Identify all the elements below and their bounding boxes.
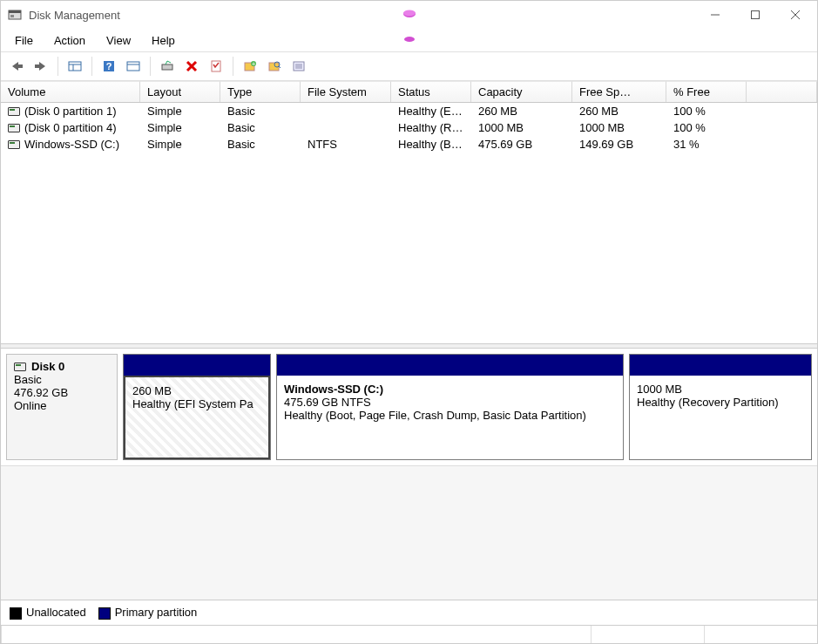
col-capacity[interactable]: Capacity (471, 81, 572, 102)
volume-status: Healthy (B… (391, 136, 471, 153)
forward-button[interactable] (30, 56, 51, 77)
col-status[interactable]: Status (391, 81, 471, 102)
partition-size: 1000 MB (637, 383, 804, 396)
find-icon[interactable] (264, 56, 285, 77)
volume-fs (301, 119, 391, 136)
statusbar (1, 625, 817, 644)
list-icon[interactable] (288, 56, 309, 77)
volume-type: Basic (220, 119, 301, 136)
partition-status: Healthy (Recovery Partition) (637, 396, 804, 409)
volume-capacity: 260 MB (471, 103, 572, 119)
partition-name: Windows-SSD (C:) (284, 383, 616, 396)
col-pctfree[interactable]: % Free (666, 81, 747, 102)
partition-block[interactable]: 1000 MB Healthy (Recovery Partition) (629, 354, 812, 460)
svg-rect-1 (9, 10, 21, 13)
volume-icon (8, 124, 20, 132)
volume-capacity: 475.69 GB (471, 136, 572, 153)
app-icon (8, 8, 22, 22)
disk-label: Disk 0 (31, 360, 64, 373)
svg-point-9 (404, 37, 415, 42)
show-hide-tree-button[interactable] (64, 56, 85, 77)
back-button[interactable] (6, 56, 27, 77)
svg-rect-11 (35, 64, 39, 68)
volume-type: Basic (220, 103, 301, 119)
properties-icon[interactable] (206, 56, 226, 77)
menu-file[interactable]: File (6, 32, 42, 49)
svg-rect-6 (752, 11, 760, 19)
menu-action[interactable]: Action (45, 32, 94, 49)
svg-text:+: + (252, 60, 256, 68)
menu-help[interactable]: Help (143, 32, 184, 49)
menu-view[interactable]: View (98, 32, 139, 49)
partition-status: Healthy (Boot, Page File, Crash Dump, Ba… (284, 409, 616, 422)
partition-header-bar (630, 355, 811, 376)
volume-free: 260 MB (572, 103, 666, 119)
volume-name: Windows-SSD (C:) (24, 138, 119, 151)
legend-unallocated: Unallocated (26, 606, 86, 619)
svg-point-4 (403, 10, 416, 17)
close-button[interactable] (775, 1, 815, 29)
disk-graphical-view: Disk 0 Basic 476.92 GB Online 260 MB Hea… (1, 349, 817, 465)
volume-pct: 31 % (666, 136, 747, 153)
svg-rect-19 (162, 64, 172, 70)
volume-capacity: 1000 MB (471, 119, 572, 136)
volume-status: Healthy (R… (391, 119, 471, 136)
volume-free: 149.69 GB (572, 136, 666, 153)
volume-type: Basic (220, 136, 301, 153)
volume-free: 1000 MB (572, 119, 666, 136)
partition-block[interactable]: Windows-SSD (C:) 475.69 GB NTFS Healthy … (276, 354, 624, 460)
volume-row[interactable]: (Disk 0 partition 4) Simple Basic Health… (1, 119, 817, 136)
volume-icon (8, 107, 20, 116)
svg-text:?: ? (106, 61, 112, 71)
disk-state: Online (14, 399, 110, 412)
partition-size: 260 MB (132, 384, 261, 397)
titlebar: Disk Management (1, 1, 817, 29)
decorative-badge-small-icon (403, 33, 416, 46)
refresh-button[interactable] (157, 56, 178, 77)
disk-info-panel[interactable]: Disk 0 Basic 476.92 GB Online (6, 354, 118, 460)
svg-rect-17 (127, 62, 139, 71)
col-type[interactable]: Type (220, 81, 301, 102)
volume-fs (301, 103, 391, 119)
menubar: File Action View Help (1, 29, 817, 51)
delete-icon[interactable] (181, 56, 202, 77)
col-freespace[interactable]: Free Sp… (572, 81, 666, 102)
volume-row[interactable]: (Disk 0 partition 1) Simple Basic Health… (1, 103, 817, 119)
help-button[interactable]: ? (98, 56, 119, 77)
svg-rect-2 (10, 15, 14, 17)
partition-header-bar (277, 355, 623, 376)
disk-size: 476.92 GB (14, 386, 110, 399)
col-layout[interactable]: Layout (140, 81, 220, 102)
col-volume[interactable]: Volume (1, 81, 140, 102)
volume-list-header: Volume Layout Type File System Status Ca… (1, 81, 817, 103)
legend-swatch-unallocated (10, 607, 22, 620)
partition-size: 475.69 GB NTFS (284, 396, 616, 409)
legend: Unallocated Primary partition (1, 600, 817, 625)
disk-type: Basic (14, 373, 110, 386)
partition-block[interactable]: 260 MB Healthy (EFI System Pa (123, 354, 271, 460)
volume-name: (Disk 0 partition 4) (24, 121, 116, 134)
disk-partition-map: 260 MB Healthy (EFI System Pa Windows-SS… (123, 354, 812, 460)
window-title: Disk Management (29, 9, 120, 22)
col-filesystem[interactable]: File System (301, 81, 391, 102)
decorative-badge-icon (402, 9, 416, 22)
settings-button[interactable] (123, 56, 144, 77)
volume-status: Healthy (E… (391, 103, 471, 119)
partition-status: Healthy (EFI System Pa (132, 397, 261, 410)
maximize-button[interactable] (735, 1, 775, 29)
volume-layout: Simple (140, 103, 220, 119)
new-icon[interactable]: + (240, 56, 260, 77)
empty-area (1, 465, 817, 600)
volume-icon (8, 140, 20, 149)
minimize-button[interactable] (695, 1, 735, 29)
legend-swatch-primary (98, 607, 111, 620)
volume-fs: NTFS (301, 136, 391, 153)
toolbar: ? + (1, 51, 817, 81)
volume-pct: 100 % (666, 103, 747, 119)
volume-name: (Disk 0 partition 1) (24, 105, 116, 118)
volume-list[interactable]: (Disk 0 partition 1) Simple Basic Health… (1, 103, 817, 343)
col-spacer (747, 81, 817, 102)
volume-row[interactable]: Windows-SSD (C:) Simple Basic NTFS Healt… (1, 136, 817, 153)
svg-rect-12 (69, 62, 81, 71)
volume-layout: Simple (140, 119, 220, 136)
